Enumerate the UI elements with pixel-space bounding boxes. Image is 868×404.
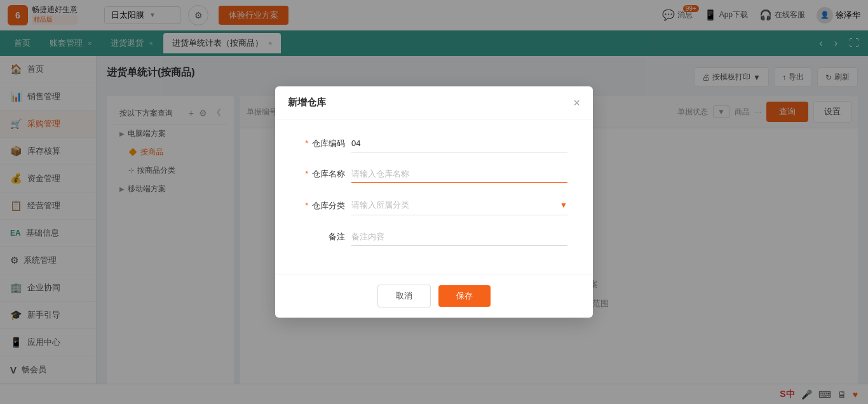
category-select[interactable]: 请输入所属分类 ▼	[351, 196, 567, 215]
modal-close-button[interactable]: ×	[573, 97, 580, 109]
code-input[interactable]	[351, 135, 567, 152]
note-label: 备注	[301, 231, 345, 243]
modal-title: 新增仓库	[288, 97, 326, 109]
modal-footer: 取消 保存	[275, 274, 593, 318]
required-icon-name: *	[305, 169, 308, 178]
form-row-category: * 仓库分类 请输入所属分类 ▼	[301, 196, 567, 215]
modal-header: 新增仓库 ×	[275, 86, 593, 119]
name-label: * 仓库名称	[301, 168, 345, 180]
category-placeholder: 请输入所属分类	[351, 199, 409, 211]
form-row-name: * 仓库名称	[301, 165, 567, 183]
cancel-button[interactable]: 取消	[377, 285, 431, 307]
save-button[interactable]: 保存	[438, 285, 491, 307]
form-row-code: * 仓库编码	[301, 135, 567, 152]
required-icon-code: *	[305, 138, 308, 148]
name-input[interactable]	[351, 165, 567, 183]
code-label: * 仓库编码	[301, 138, 345, 149]
required-icon-category: *	[305, 201, 308, 210]
new-warehouse-modal: 新增仓库 × * 仓库编码 * 仓库名称	[275, 86, 593, 318]
form-row-note: 备注	[301, 228, 567, 246]
modal-body: * 仓库编码 * 仓库名称 * 仓库分类 请输入所属	[275, 119, 593, 274]
modal-overlay[interactable]: 新增仓库 × * 仓库编码 * 仓库名称	[0, 0, 868, 404]
note-input[interactable]	[351, 228, 567, 246]
category-label: * 仓库分类	[301, 200, 345, 212]
category-dropdown-icon: ▼	[560, 201, 567, 210]
